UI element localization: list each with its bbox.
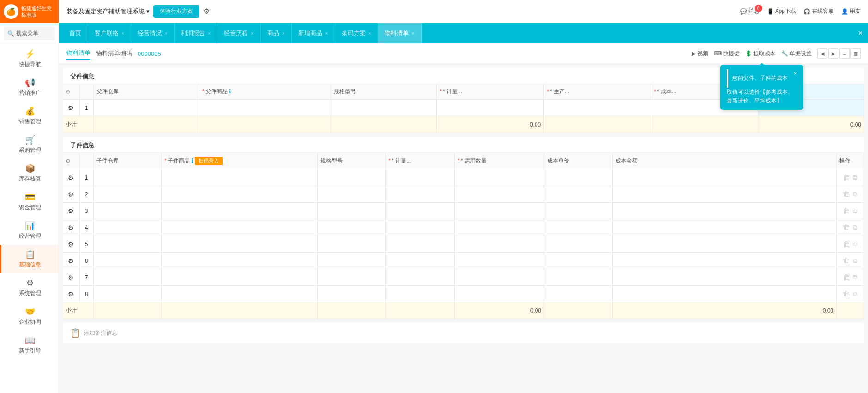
- tab-bom-close[interactable]: ×: [411, 30, 414, 36]
- nav-prev-btn[interactable]: ◀: [817, 48, 827, 59]
- child-row-4-product[interactable]: [162, 219, 317, 236]
- parent-row-1-spec[interactable]: [331, 100, 437, 116]
- parent-row-1-settings[interactable]: ⚙: [63, 100, 79, 116]
- user-button[interactable]: 👤 用友: [841, 7, 861, 15]
- app-download-button[interactable]: 📱 App下载: [767, 7, 796, 15]
- child-row-4-warehouse[interactable]: [93, 219, 162, 236]
- copy-icon-7[interactable]: ⧉: [853, 273, 857, 281]
- child-row-3-settings[interactable]: ⚙: [63, 203, 79, 219]
- child-row-6-spec[interactable]: [317, 253, 386, 269]
- child-row-2-amount[interactable]: [612, 186, 836, 203]
- message-button[interactable]: 💬 消息 6: [740, 7, 760, 15]
- tab-new-product[interactable]: 新增商品 ×: [292, 23, 335, 43]
- trial-btn[interactable]: 体验行业方案: [153, 5, 199, 18]
- tab-product-close[interactable]: ×: [282, 30, 285, 36]
- extract-cost-btn[interactable]: 💲 提取成本: [745, 50, 776, 58]
- child-row-1-spec[interactable]: [317, 169, 386, 186]
- parent-settings-gear-icon[interactable]: ⚙: [66, 89, 71, 95]
- sidebar-item-finance[interactable]: 💳 资金管理: [0, 187, 59, 216]
- child-settings-gear-icon[interactable]: ⚙: [66, 158, 71, 164]
- copy-icon-1[interactable]: ⧉: [853, 174, 857, 181]
- delete-icon-3[interactable]: 🗑: [843, 207, 850, 214]
- tab-barcode-close[interactable]: ×: [368, 30, 371, 36]
- tab-bom[interactable]: 物料清单 ×: [378, 23, 421, 43]
- child-row-1-amount[interactable]: [612, 169, 836, 186]
- child-row-3-unit[interactable]: [386, 203, 455, 219]
- child-row-4-amount[interactable]: [612, 219, 836, 236]
- child-row-3-spec[interactable]: [317, 203, 386, 219]
- nav-list-btn[interactable]: ≡: [839, 48, 850, 59]
- delete-icon-7[interactable]: 🗑: [843, 273, 850, 281]
- child-row-4-qty[interactable]: [455, 219, 544, 236]
- tab-barcode[interactable]: 条码方案 ×: [335, 23, 378, 43]
- sidebar-item-system[interactable]: ⚙ 系统管理: [0, 273, 59, 302]
- child-row-7-unit-cost[interactable]: [544, 269, 613, 286]
- child-row-5-warehouse[interactable]: [93, 236, 162, 253]
- sidebar-item-operations[interactable]: 📊 经营管理: [0, 216, 59, 245]
- child-row-7-amount[interactable]: [612, 269, 836, 286]
- single-settings-btn[interactable]: 🔧 单据设置: [781, 50, 812, 58]
- copy-icon-4[interactable]: ⧉: [853, 224, 857, 231]
- child-row-7-settings[interactable]: ⚙: [63, 269, 79, 286]
- copy-icon-5[interactable]: ⧉: [853, 240, 857, 248]
- child-row-1-unit-cost[interactable]: [544, 169, 613, 186]
- tab-home[interactable]: 首页: [63, 23, 88, 43]
- child-row-8-spec[interactable]: [317, 286, 386, 302]
- child-row-5-amount[interactable]: [612, 236, 836, 253]
- child-row-7-product[interactable]: [162, 269, 317, 286]
- child-row-5-qty[interactable]: [455, 236, 544, 253]
- child-row-3-warehouse[interactable]: [93, 203, 162, 219]
- child-row-2-settings[interactable]: ⚙: [63, 186, 79, 203]
- parent-row-1-production[interactable]: [544, 100, 651, 116]
- child-row-5-unit-cost[interactable]: [544, 236, 613, 253]
- sidebar-item-enterprise[interactable]: 🤝 企业协同: [0, 302, 59, 331]
- child-row-1-product[interactable]: [162, 169, 317, 186]
- child-row-4-settings[interactable]: ⚙: [63, 219, 79, 236]
- child-row-7-warehouse[interactable]: [93, 269, 162, 286]
- child-row-4-unit[interactable]: [386, 219, 455, 236]
- tooltip-close-btn[interactable]: ×: [794, 69, 797, 78]
- child-row-5-unit[interactable]: [386, 236, 455, 253]
- child-row-1-settings[interactable]: ⚙: [63, 169, 79, 186]
- sidebar-item-purchase[interactable]: 🛒 采购管理: [0, 130, 59, 159]
- child-row-8-unit[interactable]: [386, 286, 455, 302]
- sidebar-item-guide[interactable]: 📖 新手引导: [0, 331, 59, 359]
- child-row-6-unit-cost[interactable]: [544, 253, 613, 269]
- tab-history-close[interactable]: ×: [251, 30, 253, 36]
- delete-icon-2[interactable]: 🗑: [843, 190, 850, 198]
- child-row-3-qty[interactable]: [455, 203, 544, 219]
- sidebar-item-basic[interactable]: 📋 基础信息: [0, 245, 59, 273]
- child-row-2-warehouse[interactable]: [93, 186, 162, 203]
- child-row-6-warehouse[interactable]: [93, 253, 162, 269]
- online-service-button[interactable]: 🎧 在线客服: [803, 7, 834, 15]
- nav-grid-btn[interactable]: ▦: [850, 48, 861, 59]
- system-selector[interactable]: 装备及固定资产辅助管理系统 ▾: [66, 7, 150, 16]
- copy-icon-8[interactable]: ⧉: [853, 290, 857, 297]
- copy-icon-3[interactable]: ⧉: [853, 207, 857, 214]
- child-row-4-spec[interactable]: [317, 219, 386, 236]
- child-row-6-qty[interactable]: [455, 253, 544, 269]
- child-row-2-unit[interactable]: [386, 186, 455, 203]
- child-row-7-spec[interactable]: [317, 269, 386, 286]
- child-row-7-qty[interactable]: [455, 269, 544, 286]
- delete-icon-5[interactable]: 🗑: [843, 240, 850, 248]
- child-row-8-qty[interactable]: [455, 286, 544, 302]
- child-row-5-settings[interactable]: ⚙: [63, 236, 79, 253]
- tab-close-all[interactable]: ×: [856, 29, 864, 37]
- delete-icon-4[interactable]: 🗑: [843, 224, 850, 231]
- child-row-1-qty[interactable]: [455, 169, 544, 186]
- child-row-8-settings[interactable]: ⚙: [63, 286, 79, 302]
- child-row-6-unit[interactable]: [386, 253, 455, 269]
- child-row-2-product[interactable]: [162, 186, 317, 203]
- nav-next-btn[interactable]: ▶: [828, 48, 838, 59]
- delete-icon-6[interactable]: 🗑: [843, 257, 850, 264]
- child-row-8-warehouse[interactable]: [93, 286, 162, 302]
- sub-tab-bom[interactable]: 物料清单: [66, 47, 90, 60]
- sidebar-item-inventory[interactable]: 📦 库存核算: [0, 159, 59, 187]
- tab-profit[interactable]: 利润报告 ×: [175, 23, 217, 43]
- child-row-7-unit[interactable]: [386, 269, 455, 286]
- search-menu-button[interactable]: 🔍 搜索菜单: [4, 27, 55, 40]
- view-video-btn[interactable]: ▶ 视频: [692, 50, 708, 58]
- child-row-6-settings[interactable]: ⚙: [63, 253, 79, 269]
- scan-input-btn[interactable]: 扫码录入: [195, 157, 223, 165]
